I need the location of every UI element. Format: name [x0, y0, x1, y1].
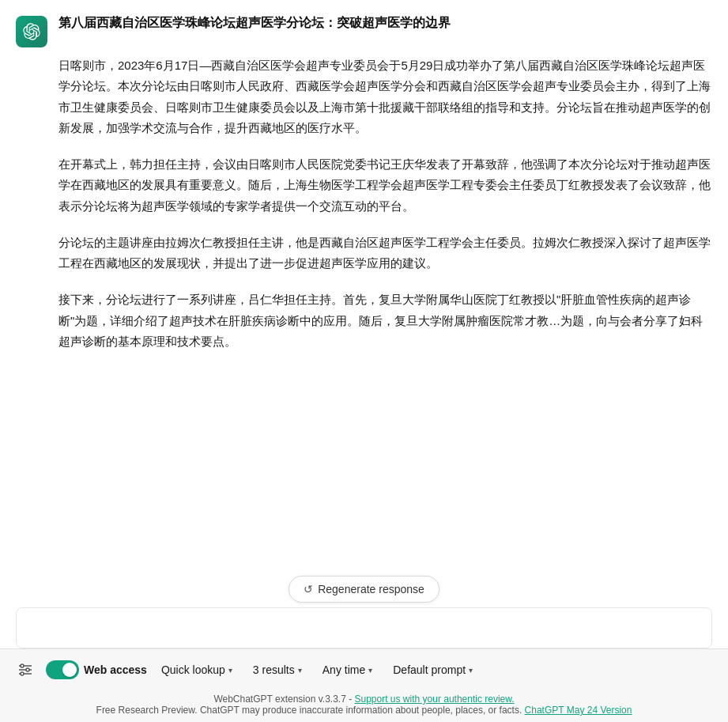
default-prompt-chevron: ▾ [469, 666, 473, 675]
toggle-thumb [62, 663, 77, 677]
results-chevron: ▾ [298, 666, 302, 675]
default-prompt-label: Default prompt [393, 663, 466, 676]
svg-point-5 [21, 672, 24, 675]
content-fade [0, 524, 728, 571]
regen-icon: ↺ [304, 583, 313, 595]
paragraph-2: 在开幕式上，韩力担任主持，会议由日喀则市人民医院党委书记王庆华发表了开幕致辞，他… [58, 154, 712, 217]
settings-icon [17, 662, 33, 678]
results-select[interactable]: 3 results ▾ [247, 660, 308, 679]
main-content: 日喀则市，2023年6月17日—西藏自治区医学会超声专业委员会于5月29日成功举… [0, 55, 728, 376]
footer-line-1: WebChatGPT extension v.3.3.7 - Support u… [0, 694, 728, 705]
web-access-toggle-group[interactable]: Web access [46, 660, 147, 679]
any-time-label: Any time [323, 663, 365, 676]
footer: WebChatGPT extension v.3.3.7 - Support u… [0, 690, 728, 722]
footer-line-2: Free Research Preview. ChatGPT may produ… [0, 705, 728, 716]
svg-point-4 [26, 668, 29, 671]
chat-input[interactable] [16, 607, 712, 648]
footer-version-link[interactable]: ChatGPT May 24 Version [525, 705, 632, 716]
any-time-chevron: ▾ [368, 666, 372, 675]
regen-label: Regenerate response [318, 583, 424, 595]
footer-disclaimer-text: Free Research Preview. ChatGPT may produ… [96, 705, 525, 716]
default-prompt-select[interactable]: Default prompt ▾ [387, 660, 479, 679]
quick-lookup-chevron: ▾ [228, 666, 232, 675]
content-area: 日喀则市，2023年6月17日—西藏自治区医学会超声专业委员会于5月29日成功举… [0, 55, 728, 571]
quick-lookup-label: Quick lookup [161, 663, 225, 676]
paragraph-4: 接下来，分论坛进行了一系列讲座，吕仁华担任主持。首先，复旦大学附属华山医院丁红教… [58, 289, 712, 352]
footer-review-link[interactable]: Support us with your authentic review. [354, 694, 514, 705]
paragraph-1: 日喀则市，2023年6月17日—西藏自治区医学会超声专业委员会于5月29日成功举… [58, 55, 712, 138]
paragraph-3: 分论坛的主题讲座由拉姆次仁教授担任主讲，他是西藏自治区超声医学工程学会主任委员。… [58, 232, 712, 274]
any-time-select[interactable]: Any time ▾ [316, 660, 379, 679]
settings-button[interactable] [13, 657, 38, 682]
results-label: 3 results [253, 663, 295, 676]
regenerate-button[interactable]: ↺ Regenerate response [289, 576, 439, 603]
page-title: 第八届西藏自治区医学珠峰论坛超声医学分论坛：突破超声医学的边界 [58, 14, 712, 32]
footer-extension-text: WebChatGPT extension v.3.3.7 - [213, 694, 354, 705]
regen-overlay: ↺ Regenerate response [0, 571, 728, 603]
svg-point-3 [21, 664, 24, 667]
quick-lookup-select[interactable]: Quick lookup ▾ [155, 660, 239, 679]
web-access-toggle[interactable] [46, 660, 79, 679]
bottom-toolbar: Web access Quick lookup ▾ 3 results ▾ An… [0, 648, 728, 690]
web-access-label: Web access [84, 663, 147, 676]
header: 第八届西藏自治区医学珠峰论坛超声医学分论坛：突破超声医学的边界 [0, 0, 728, 55]
chatgpt-logo [16, 16, 47, 47]
